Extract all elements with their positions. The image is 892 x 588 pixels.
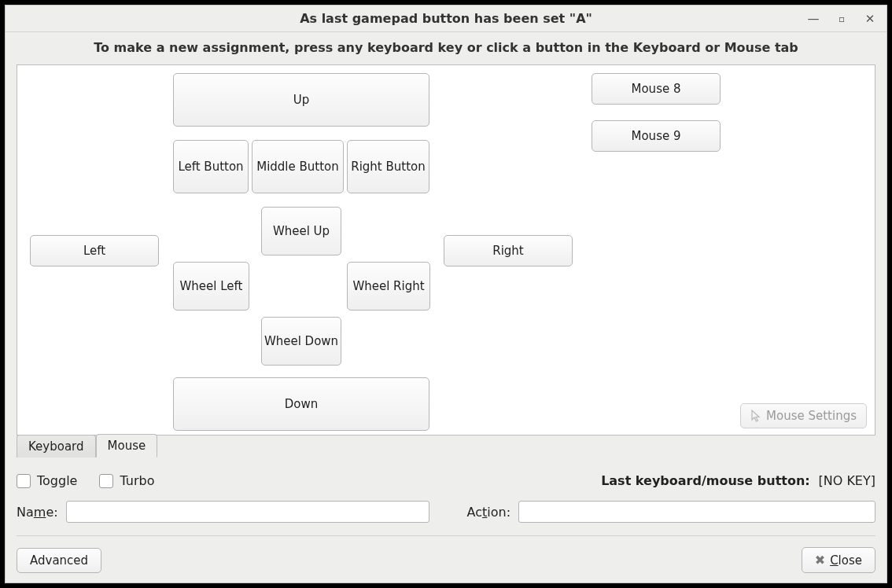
last-button-row: Last keyboard/mouse button: [NO KEY] [601, 473, 875, 488]
titlebar: As last gamepad button has been set "A" … [6, 6, 886, 32]
middle-button-button[interactable]: Middle Button [252, 140, 344, 193]
wheel-left-button[interactable]: Wheel Left [173, 262, 249, 311]
wheel-down-button[interactable]: Wheel Down [261, 317, 341, 366]
last-button-value: [NO KEY] [818, 473, 875, 488]
dialog-window: As last gamepad button has been set "A" … [5, 5, 887, 583]
turbo-label: Turbo [120, 473, 154, 488]
options-row: Toggle Turbo Last keyboard/mouse button:… [17, 473, 875, 488]
separator [17, 535, 875, 536]
dialog-footer: Advanced ✖ Close [17, 547, 875, 573]
action-label: Action: [467, 505, 511, 520]
name-input[interactable] [66, 501, 429, 523]
wheel-up-button[interactable]: Wheel Up [261, 207, 341, 255]
turbo-checkbox[interactable]: Turbo [99, 473, 154, 488]
mouse8-button[interactable]: Mouse 8 [592, 73, 721, 105]
left-button-button[interactable]: Left Button [173, 140, 249, 193]
wheel-right-button[interactable]: Wheel Right [347, 262, 430, 311]
tab-bar: Keyboard Mouse [17, 435, 875, 458]
instruction-text: To make a new assignment, press any keyb… [6, 32, 886, 60]
mouse-settings-button[interactable]: Mouse Settings [740, 403, 867, 428]
advanced-button[interactable]: Advanced [17, 548, 101, 573]
tab-mouse[interactable]: Mouse [96, 434, 158, 458]
left-button[interactable]: Left [30, 235, 159, 266]
mouse9-button[interactable]: Mouse 9 [592, 120, 721, 152]
toggle-checkbox[interactable]: Toggle [17, 473, 77, 488]
cursor-icon [750, 410, 761, 422]
last-button-label: Last keyboard/mouse button: [601, 473, 810, 488]
close-x-icon: ✖ [815, 553, 825, 568]
toggle-label: Toggle [37, 473, 77, 488]
close-icon[interactable]: ✕ [863, 13, 877, 25]
mouse-panel: Up Left Button Middle Button Right Butto… [17, 64, 875, 435]
down-button[interactable]: Down [173, 377, 429, 431]
tab-keyboard[interactable]: Keyboard [17, 435, 96, 458]
action-input[interactable] [518, 501, 875, 523]
maximize-icon[interactable]: ▫ [835, 14, 849, 24]
right-button[interactable]: Right [444, 235, 573, 266]
fields-row: Name: Action: [17, 501, 875, 523]
window-controls: — ▫ ✕ [806, 6, 882, 32]
mouse-settings-label: Mouse Settings [766, 409, 857, 423]
window-title: As last gamepad button has been set "A" [6, 11, 886, 26]
checkbox-box [99, 474, 113, 488]
checkbox-box [17, 474, 31, 488]
name-label: Name: [17, 505, 58, 520]
minimize-icon[interactable]: — [806, 13, 820, 25]
right-button-button[interactable]: Right Button [347, 140, 429, 193]
close-label: Close [830, 553, 862, 568]
close-button[interactable]: ✖ Close [802, 547, 875, 573]
up-button[interactable]: Up [173, 73, 429, 127]
